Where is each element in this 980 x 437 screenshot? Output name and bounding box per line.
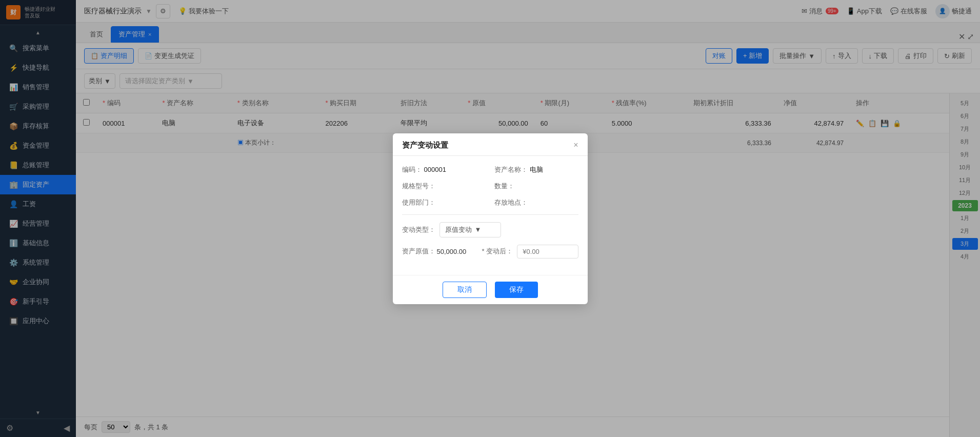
modal-row-2: 规格型号： 数量： xyxy=(402,182,578,191)
page-content: 📋 资产明细 📄 变更生成凭证 对账 + 新增 批量操作 ▼ xyxy=(76,43,980,437)
main-area: 医疗器械行业演示 ▼ ⚙ 💡 我要体验一下 ✉ 消息 99+ 📱 App下载 💬… xyxy=(76,0,980,437)
change-type-value: 原值变动 xyxy=(445,225,472,234)
change-type-dropdown-icon: ▼ xyxy=(475,226,482,233)
code-value: 000001 xyxy=(424,166,446,173)
save-button[interactable]: 保存 xyxy=(495,282,538,298)
asset-value-label: 资产原值： xyxy=(402,247,433,256)
after-change-label: * 变动后： xyxy=(482,247,513,256)
change-type-select[interactable]: 原值变动 ▼ xyxy=(439,222,501,237)
modal-header: 资产变动设置 × xyxy=(393,133,588,156)
modal-row-1: 编码： 000001 资产名称： 电脑 xyxy=(402,165,578,174)
modal-value-row: 资产原值： 50,000.00 * 变动后： xyxy=(402,245,578,259)
dept-label: 使用部门： xyxy=(402,198,435,207)
modal-overlay: 资产变动设置 × 编码： 000001 资产名称： 电脑 xyxy=(76,43,980,437)
modal-divider xyxy=(402,214,578,215)
quantity-label: 数量： xyxy=(494,182,514,191)
modal-change-type-row: 变动类型： 原值变动 ▼ xyxy=(402,222,578,237)
asset-name-value: 电脑 xyxy=(530,165,543,174)
modal-code-field: 编码： 000001 xyxy=(402,165,486,174)
modal-row-3: 使用部门： 存放地点： xyxy=(402,198,578,207)
after-change-input[interactable] xyxy=(517,245,578,259)
modal-dept-field: 使用部门： xyxy=(402,198,486,207)
asset-value-display: 50,000.00 xyxy=(437,248,478,255)
modal-close-btn[interactable]: × xyxy=(573,141,578,150)
cancel-button[interactable]: 取消 xyxy=(443,282,487,298)
code-label: 编码： xyxy=(402,165,422,174)
modal-title: 资产变动设置 xyxy=(402,141,448,150)
asset-name-label: 资产名称： xyxy=(494,165,528,174)
modal-asset-name-field: 资产名称： 电脑 xyxy=(494,165,578,174)
modal-spec-field: 规格型号： xyxy=(402,182,486,191)
modal-footer: 取消 保存 xyxy=(393,275,588,304)
modal-body: 编码： 000001 资产名称： 电脑 规格型号： xyxy=(393,156,588,275)
modal-quantity-field: 数量： xyxy=(494,182,578,191)
asset-change-modal: 资产变动设置 × 编码： 000001 资产名称： 电脑 xyxy=(393,133,588,304)
location-label: 存放地点： xyxy=(494,198,528,207)
change-type-label: 变动类型： xyxy=(402,225,435,234)
modal-location-field: 存放地点： xyxy=(494,198,578,207)
spec-label: 规格型号： xyxy=(402,182,435,191)
